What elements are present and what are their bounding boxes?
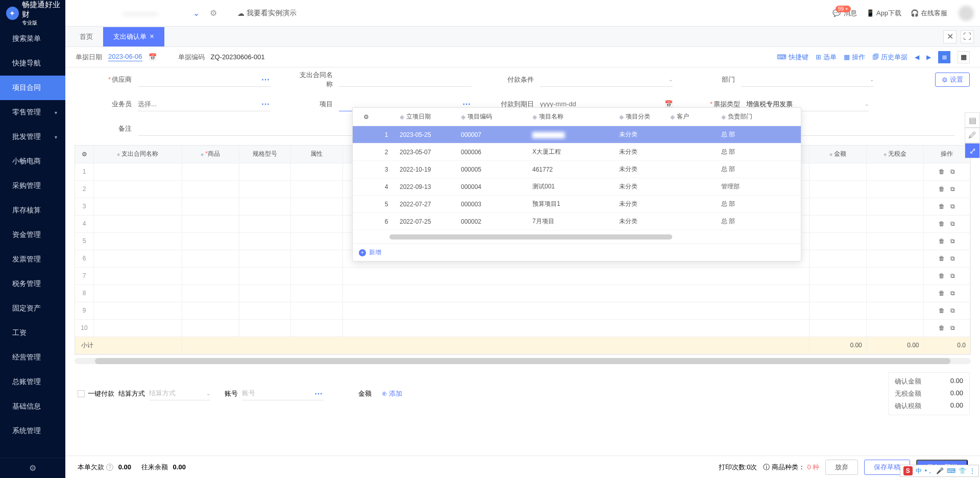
copy-row-icon[interactable]: ⧉ — [950, 185, 955, 193]
sidebar-item-12[interactable]: 工资 — [0, 321, 65, 345]
more-icon[interactable]: ⋯ — [314, 389, 324, 398]
view-list-button[interactable]: ≣ — [938, 51, 950, 63]
delete-row-icon[interactable]: 🗑 — [939, 220, 945, 227]
dropdown-row[interactable]: 32022-10-19000005461772未分类总 部 — [353, 161, 801, 178]
shortcut-button[interactable]: ⌨ 快捷键 — [777, 53, 808, 62]
sidebar-item-13[interactable]: 经营管理 — [0, 345, 65, 370]
calendar-icon[interactable]: 📅 — [149, 53, 157, 61]
support-button[interactable]: 🎧 在线客服 — [911, 9, 947, 18]
copy-row-icon[interactable]: ⧉ — [950, 307, 955, 314]
delete-row-icon[interactable]: 🗑 — [939, 307, 945, 314]
sidebar-item-10[interactable]: 税务管理 — [0, 272, 65, 296]
dropdown-row[interactable]: 52022-07-27000003预算项目1未分类总 部 — [353, 196, 801, 213]
ime-lang[interactable]: 中 — [916, 467, 922, 475]
ime-mic-icon[interactable]: 🎤 — [936, 467, 944, 474]
chevron-down-icon[interactable]: ⌄ — [206, 391, 210, 396]
payment-terms-input[interactable]: ⌄ — [540, 73, 673, 87]
col-contract-name[interactable]: 支出合同名称 — [121, 150, 158, 157]
ime-toolbar[interactable]: S 中 •， 🎤 ⌨ 👕 ⋮ — [900, 465, 979, 477]
chevron-down-icon[interactable]: ⌄ — [865, 101, 869, 107]
ime-punct-icon[interactable]: •， — [925, 467, 933, 475]
supplier-input[interactable]: ⋯ — [138, 73, 271, 87]
sidebar-item-11[interactable]: 固定资产 — [0, 296, 65, 321]
table-row[interactable]: 9 🗑 ⧉ — [75, 302, 970, 319]
copy-row-icon[interactable]: ⧉ — [950, 203, 955, 210]
sidebar-item-4[interactable]: 批发管理▾ — [0, 125, 65, 149]
sidebar-item-6[interactable]: 采购管理 — [0, 174, 65, 198]
close-all-button[interactable]: ✕ — [943, 30, 957, 43]
info-icon[interactable]: ⓘ — [763, 463, 770, 472]
table-row[interactable]: 8 🗑 ⧉ — [75, 284, 970, 302]
sidebar-item-1[interactable]: 快捷导航 — [0, 51, 65, 76]
dropdown-col-header[interactable]: ◆负责部门 — [715, 112, 771, 121]
next-button[interactable]: ▶ — [926, 54, 931, 61]
dropdown-row[interactable]: 22023-05-07000006X大厦工程未分类总 部 — [353, 144, 801, 161]
dropdown-row[interactable]: 42022-09-13000004测试001未分类管理部 — [353, 178, 801, 196]
department-input[interactable]: ⌄ — [741, 73, 874, 87]
messages-button[interactable]: 💬 99 + 消息 — [832, 9, 857, 18]
horizontal-scrollbar[interactable] — [75, 358, 971, 364]
settlement-input[interactable]: 结算方式⌄ — [149, 387, 210, 400]
salesperson-input[interactable]: ⋯ — [138, 97, 271, 111]
delete-row-icon[interactable]: 🗑 — [939, 203, 945, 210]
avatar[interactable] — [959, 6, 974, 21]
table-row[interactable]: 10 🗑 ⧉ — [75, 319, 970, 337]
doc-date-value[interactable]: 2023-06-06 — [108, 53, 142, 61]
copy-row-icon[interactable]: ⧉ — [950, 168, 955, 175]
select-bill-button[interactable]: ⊞ 选单 — [816, 53, 837, 62]
dropdown-col-header[interactable]: ◆客户 — [664, 112, 715, 121]
right-tab-2[interactable]: 🖉 — [965, 128, 980, 143]
col-notax[interactable]: 无税金 — [888, 150, 906, 157]
add-button[interactable]: ⊕ 添加 — [382, 389, 402, 398]
dropdown-horizontal-scrollbar[interactable] — [359, 234, 795, 240]
gear-icon[interactable]: ⚙ — [363, 113, 369, 121]
demo-link[interactable]: ☁ 我要看实例演示 — [237, 9, 297, 18]
contract-name-input[interactable] — [339, 73, 472, 87]
delete-row-icon[interactable]: 🗑 — [939, 237, 945, 245]
copy-row-icon[interactable]: ⧉ — [950, 255, 955, 262]
history-button[interactable]: 🗐 历史单据 — [872, 53, 908, 62]
table-row[interactable]: 7 🗑 ⧉ — [75, 267, 970, 284]
close-icon[interactable]: ✕ — [150, 33, 154, 40]
copy-row-icon[interactable]: ⧉ — [950, 290, 955, 297]
gear-icon[interactable]: ⚙ — [82, 151, 87, 158]
ime-s-icon[interactable]: S — [903, 466, 913, 475]
app-download-button[interactable]: 📱 App下载 — [866, 9, 901, 18]
col-amount[interactable]: 金额 — [834, 150, 846, 157]
gear-icon[interactable]: ⚙ — [210, 8, 217, 18]
delete-row-icon[interactable]: 🗑 — [939, 290, 945, 297]
help-icon[interactable]: ? — [106, 464, 113, 471]
right-tab-1[interactable]: ▤ — [965, 112, 980, 128]
gear-icon[interactable]: ⚙ — [29, 463, 36, 473]
delete-row-icon[interactable]: 🗑 — [939, 185, 945, 193]
right-tab-3[interactable]: ⤢ — [965, 143, 980, 158]
delete-row-icon[interactable]: 🗑 — [939, 168, 945, 175]
sidebar-item-15[interactable]: 基础信息 — [0, 394, 65, 419]
prev-button[interactable]: ◀ — [915, 54, 919, 61]
chevron-down-icon[interactable]: ⌄ — [870, 77, 874, 82]
copy-row-icon[interactable]: ⧉ — [950, 220, 955, 227]
delete-row-icon[interactable]: 🗑 — [939, 324, 945, 331]
account-input[interactable]: 账号⋯ — [242, 387, 324, 400]
dropdown-row[interactable]: 12023-05-25000007▇▇▇▇▇▇▇未分类总 部 — [353, 126, 801, 144]
copy-row-icon[interactable]: ⧉ — [950, 324, 955, 331]
sidebar-item-2[interactable]: 项目合同 — [0, 76, 65, 100]
discard-button[interactable]: 放弃 — [825, 460, 858, 475]
expand-button[interactable]: ⛶ — [961, 30, 974, 43]
sidebar-item-16[interactable]: 系统管理 — [0, 419, 65, 443]
view-card-button[interactable]: ▦ — [958, 51, 970, 63]
tab-home[interactable]: 首页 — [69, 27, 103, 46]
delete-row-icon[interactable]: 🗑 — [939, 255, 945, 262]
more-icon[interactable]: ⋯ — [261, 75, 271, 84]
ime-keyboard-icon[interactable]: ⌨ — [947, 467, 955, 474]
sidebar-item-7[interactable]: 库存核算 — [0, 198, 65, 223]
onekey-pay-checkbox[interactable] — [78, 390, 85, 397]
ime-tool-icon[interactable]: ⋮ — [969, 467, 975, 474]
col-product[interactable]: 商品 — [208, 150, 220, 157]
sidebar-item-8[interactable]: 资金管理 — [0, 223, 65, 247]
copy-row-icon[interactable]: ⧉ — [950, 272, 955, 279]
more-icon[interactable]: ⋯ — [261, 99, 271, 109]
sidebar-item-3[interactable]: 零售管理▾ — [0, 100, 65, 125]
sidebar-item-14[interactable]: 总账管理 — [0, 370, 65, 394]
tab-expense-confirm[interactable]: 支出确认单 ✕ — [103, 27, 164, 46]
